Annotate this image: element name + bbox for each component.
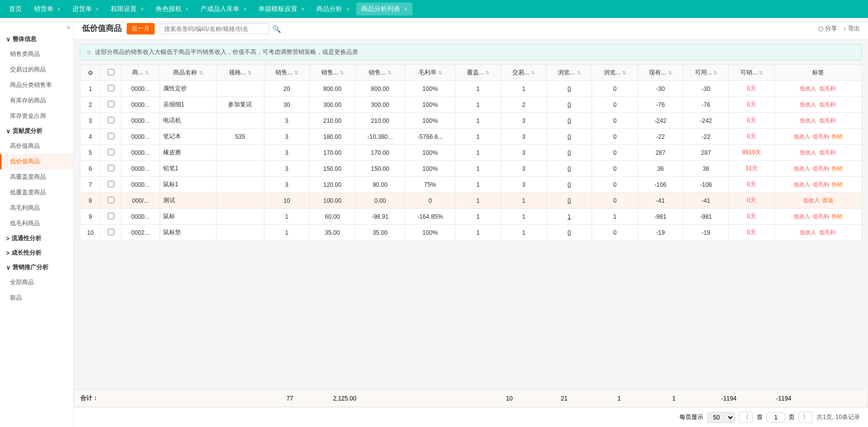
first-page-button[interactable]: 〈 [739,412,753,423]
sidebar-item-high-margin[interactable]: 高毛利商品 [0,200,73,216]
row-browse1[interactable]: 0 [546,145,592,161]
tag-label: 低收入 [800,117,816,123]
row-name[interactable]: 鼠标垫 [160,225,216,241]
nav-permission[interactable]: 权限设置 × [106,2,149,15]
row-checkbox[interactable] [101,129,121,145]
nav-sales[interactable]: 销货单 × [29,2,65,15]
col-sale-qty: 销售... ⇅ [264,65,309,81]
row-code: 0000... [121,129,160,145]
collapse-button[interactable]: « [66,23,70,31]
tag-label: 低毛利 [813,181,829,187]
row-browse1[interactable]: 0 [546,113,592,129]
col-gross-margin: 毛利率 ⇅ [405,65,455,81]
row-select-checkbox[interactable] [108,117,114,123]
page-size-select[interactable]: 50 100 [707,412,735,423]
row-browse1[interactable]: 0 [546,193,592,209]
sidebar-group-marketing[interactable]: ∨ 营销推广分析 [0,260,73,275]
row-browse1[interactable]: 0 [546,97,592,113]
tag-label: 低收入 [800,101,816,107]
next-page-button[interactable]: 〉 [799,412,813,423]
page-input[interactable] [767,413,785,423]
sidebar-group-overall[interactable]: ∨ 整体信息 [0,32,73,46]
row-select-checkbox[interactable] [108,181,114,187]
row-browse1[interactable]: 0 [546,225,592,241]
page-title: 低价值商品 [82,23,122,34]
row-sale-qty: 30 [264,97,309,113]
row-name[interactable]: 铅笔1 [160,161,216,177]
nav-home[interactable]: 首页 [4,2,27,15]
row-name[interactable]: 测试 [160,193,216,209]
sidebar-item-stocked-goods[interactable]: 有库存的商品 [0,93,73,108]
sidebar-item-high-value[interactable]: 高价值商品 [0,138,73,154]
nav-role[interactable]: 角色授权 × [151,2,194,15]
row-browse1[interactable]: 0 [546,177,592,193]
row-select-checkbox[interactable] [108,101,114,107]
sidebar-item-stock-capital[interactable]: 库存资金占用 [0,108,73,124]
row-num: 10 [80,225,101,241]
row-name[interactable]: 笔记本 [160,129,216,145]
sidebar-item-new-goods[interactable]: 新品 [0,290,73,306]
row-select-checkbox[interactable] [108,197,114,203]
nav-product-analysis-list[interactable]: 商品分析列表 × [356,2,412,15]
sidebar-item-all-goods[interactable]: 全部商品 [0,275,73,290]
row-browse1[interactable]: 0 [546,81,592,97]
nav-product-analysis[interactable]: 商品分析 × [311,2,354,15]
export-button[interactable]: ↑ 导出 [843,24,860,33]
row-name[interactable]: 鼠标 [160,209,216,225]
col-checkbox[interactable] [101,65,121,81]
search-input[interactable] [160,23,269,34]
row-checkbox[interactable] [101,113,121,129]
row-checkbox[interactable] [101,97,121,113]
nav-stock-in[interactable]: 产成品入库单 × [196,2,251,15]
row-browse1[interactable]: 0 [546,129,592,145]
share-button[interactable]: ⬡ 分享 [818,24,837,33]
row-browse1[interactable]: 0 [546,161,592,177]
footer-values: 77 2,125.00 10 21 1 1 -1194 -1194 [110,395,862,402]
row-code: 000/... [121,193,160,209]
search-button[interactable]: 🔍 [272,25,281,33]
select-all-checkbox[interactable] [108,69,114,75]
sidebar-item-category-rate[interactable]: 商品分类销售率 [0,77,73,93]
row-browse2: 0 [592,129,638,145]
row-select-checkbox[interactable] [108,133,114,139]
row-select-checkbox[interactable] [108,229,114,235]
row-checkbox[interactable] [101,225,121,241]
sidebar-item-low-value[interactable]: 低价值商品 [0,154,73,169]
row-select-checkbox[interactable] [108,149,114,155]
table-row: 9 0000... 鼠标 1 60.00 -98.91 -164.85% 1 1… [80,209,862,225]
nav-purchase[interactable]: 进货单 × [67,2,104,15]
sidebar-item-low-coverage[interactable]: 低覆盖度商品 [0,185,73,200]
filter-button[interactable]: 近一月 [127,23,155,34]
col-browse2: 浏览... ⇅ [592,65,638,81]
row-select-checkbox[interactable] [108,165,114,171]
sidebar-group-growth[interactable]: > 成长性分析 [0,246,73,260]
row-tags: 低收入 低毛利 [774,113,862,129]
row-checkbox[interactable] [101,209,121,225]
row-select-checkbox[interactable] [108,213,114,219]
row-name[interactable]: 属性定价 [160,81,216,97]
row-code: 0000... [121,209,160,225]
row-checkbox[interactable] [101,193,121,209]
sidebar-item-sales-goods[interactable]: 销售类商品 [0,46,73,62]
sidebar-item-traded-goods[interactable]: 交易过的商品 [0,62,73,77]
row-select-checkbox[interactable] [108,85,114,91]
row-name[interactable]: 电话机 [160,113,216,129]
row-checkbox[interactable] [101,161,121,177]
row-name[interactable]: 吴细细1 [160,97,216,113]
row-browse2: 0 [592,97,638,113]
sidebar-group-liquidity[interactable]: > 流通性分析 [0,231,73,246]
col-coverage: 覆盖... ⇅ [455,65,501,81]
row-browse1[interactable]: 1 [546,209,592,225]
sidebar-item-high-coverage[interactable]: 高覆盖度商品 [0,169,73,185]
row-name[interactable]: 橡皮擦 [160,145,216,161]
row-checkbox[interactable] [101,177,121,193]
nav-template[interactable]: 单据模板设置 × [253,2,309,15]
row-checkbox[interactable] [101,81,121,97]
row-gross-margin: 75% [405,177,455,193]
sidebar-group-contribution[interactable]: ∨ 贡献度分析 [0,124,73,138]
col-settings[interactable]: ⚙ [80,65,101,81]
row-name[interactable]: 鼠标1 [160,177,216,193]
share-icon: ⬡ [818,25,823,32]
sidebar-item-low-margin[interactable]: 低毛利商品 [0,216,73,231]
row-checkbox[interactable] [101,145,121,161]
